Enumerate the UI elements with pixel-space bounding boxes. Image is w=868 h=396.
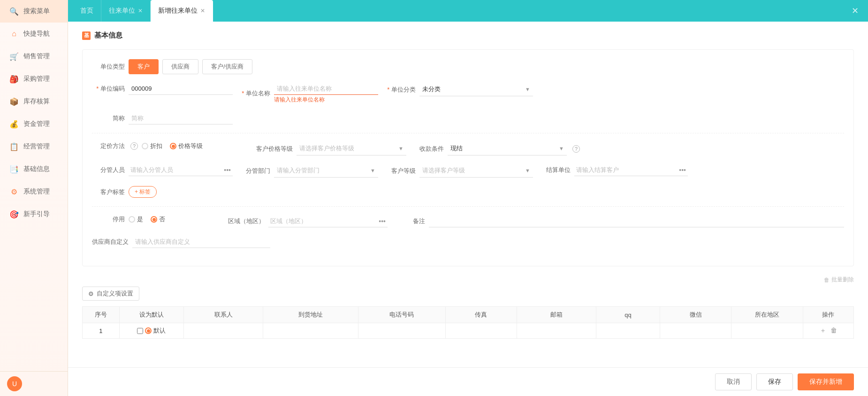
customer-level-placeholder: 请选择客户等级 — [422, 166, 525, 175]
doc-icon: 📑 — [9, 164, 19, 174]
radio-yes[interactable]: 是 — [129, 215, 143, 224]
row-add-icon[interactable]: ＋ — [818, 326, 828, 334]
close-all-tabs[interactable]: ✕ — [847, 6, 863, 16]
supplier-custom-input[interactable] — [132, 236, 270, 248]
customer-level-select[interactable]: 请选择客户等级 ▼ — [419, 164, 533, 178]
disabled-radio-group: 是 否 — [129, 215, 165, 224]
sidebar-item-label: 系统管理 — [23, 187, 50, 196]
sidebar-item-purchase[interactable]: 🎒 采购管理 — [0, 68, 68, 90]
sidebar: 🔍 搜索菜单 ⌂ 快捷导航 🛒 销售管理 🎒 采购管理 📦 库存核算 💰 资金管… — [0, 0, 68, 396]
radio-price-level-circle — [170, 143, 176, 149]
pricing-radio-group: 折扣 价格等级 — [142, 142, 203, 150]
row-delete-icon[interactable]: 🗑 — [829, 326, 838, 334]
sidebar-item-system[interactable]: ⚙ 系统管理 — [0, 180, 68, 203]
add-tag-button[interactable]: + 标签 — [129, 186, 157, 198]
batch-delete-area: 🗑 批量删除 — [82, 276, 854, 284]
sidebar-item-basic[interactable]: 📑 基础信息 — [0, 158, 68, 180]
col-email: 邮箱 — [517, 307, 596, 323]
pricing-help-icon[interactable]: ? — [130, 142, 138, 150]
unit-category-select[interactable]: 未分类 ▼ — [419, 83, 533, 96]
customer-price-field: 客户价格等级 请选择客户价格等级 ▼ — [256, 142, 406, 155]
payment-terms-select[interactable]: 现结 ▼ — [448, 142, 567, 155]
row-checkbox[interactable] — [137, 328, 143, 334]
abbr-input[interactable] — [129, 112, 233, 124]
supplier-custom-label: 供应商自定义 — [92, 238, 129, 246]
tab-new-partner-label: 新增往来单位 — [158, 7, 198, 15]
contact-input[interactable] — [205, 327, 242, 334]
settlement-field: 结算单位 ••• — [538, 164, 688, 176]
settlement-input[interactable] — [574, 164, 677, 176]
row-region-input[interactable] — [751, 327, 784, 334]
sidebar-item-inventory[interactable]: 📦 库存核算 — [0, 90, 68, 113]
payment-terms-label: 收款条件 — [411, 145, 444, 153]
sidebar-item-finance[interactable]: 💰 资金管理 — [0, 113, 68, 135]
manager-more-btn[interactable]: ••• — [222, 166, 233, 174]
unit-name-input[interactable] — [274, 83, 378, 95]
section-title-basic: 基 基本信息 — [82, 31, 854, 40]
sidebar-item-sales[interactable]: 🛒 销售管理 — [0, 45, 68, 68]
sidebar-item-quicknav[interactable]: ⌂ 快捷导航 — [0, 23, 68, 45]
custom-settings-button[interactable]: ⚙ 自定义项设置 — [82, 287, 139, 301]
fax-input[interactable] — [464, 327, 497, 334]
save-button[interactable]: 保存 — [756, 373, 793, 390]
radio-no[interactable]: 否 — [151, 215, 165, 224]
unit-category-field: 单位分类 未分类 ▼ — [383, 83, 533, 96]
abbr-label: 简称 — [92, 114, 125, 123]
cell-qq — [596, 323, 660, 339]
unit-btn-customer[interactable]: 客户 — [129, 59, 159, 74]
unit-btn-both[interactable]: 客户/供应商 — [202, 59, 252, 74]
search-icon: 🔍 — [9, 7, 19, 16]
email-input[interactable] — [538, 327, 575, 334]
box-icon: 📦 — [9, 97, 19, 106]
department-select[interactable]: 请输入分管部门 ▼ — [274, 164, 378, 178]
tab-new-partner[interactable]: 新增往来单位 ✕ — [151, 0, 213, 22]
bag-icon: 🎒 — [9, 74, 19, 84]
address-input[interactable] — [287, 327, 334, 334]
radio-price-level[interactable]: 价格等级 — [170, 142, 203, 150]
tab-new-partner-close[interactable]: ✕ — [200, 8, 205, 14]
wechat-input[interactable] — [679, 327, 712, 334]
tab-partners-close[interactable]: ✕ — [138, 8, 143, 14]
col-fax: 传真 — [445, 307, 517, 323]
manager-label: 分管人员 — [92, 166, 125, 174]
default-radio[interactable]: 默认 — [145, 326, 166, 335]
cell-wechat — [660, 323, 731, 339]
region-label: 区域（地区） — [228, 217, 265, 225]
content-area: 基 基本信息 单位类型 客户 供应商 客户/供应商 单位编码 — [68, 22, 868, 367]
unit-category-value: 未分类 — [422, 85, 525, 93]
payment-terms-field: 收款条件 现结 ▼ ? — [411, 142, 580, 155]
phone-input[interactable] — [381, 327, 423, 334]
radio-yes-label: 是 — [137, 215, 143, 224]
col-no: 序号 — [83, 307, 120, 323]
tab-partners[interactable]: 往来单位 ✕ — [101, 0, 151, 22]
remark-input[interactable] — [429, 215, 844, 227]
sidebar-item-label: 采购管理 — [23, 75, 50, 83]
sidebar-item-newuser[interactable]: 🎯 新手引导 — [0, 203, 68, 225]
region-input[interactable] — [268, 215, 377, 227]
customer-price-select[interactable]: 请选择客户价格等级 ▼ — [297, 142, 406, 155]
gear-icon: ⚙ — [9, 187, 19, 196]
sidebar-item-label: 资金管理 — [23, 120, 50, 128]
region-more-btn[interactable]: ••• — [377, 217, 388, 225]
sidebar-item-search[interactable]: 🔍 搜索菜单 — [0, 0, 68, 23]
unit-btn-supplier[interactable]: 供应商 — [162, 59, 198, 74]
avatar: U — [7, 376, 22, 391]
settlement-more-btn[interactable]: ••• — [677, 166, 688, 174]
abbr-field: 简称 — [92, 112, 233, 124]
qq-input[interactable] — [614, 327, 642, 334]
payment-terms-help-icon[interactable]: ? — [572, 145, 580, 153]
tab-home[interactable]: 首页 — [73, 0, 101, 22]
manager-input[interactable] — [129, 164, 222, 176]
col-action: 操作 — [803, 307, 853, 323]
money-icon: 💰 — [9, 119, 19, 129]
radio-discount[interactable]: 折扣 — [142, 142, 162, 150]
clipboard-icon: 📋 — [9, 142, 19, 151]
batch-delete-label[interactable]: 批量删除 — [831, 276, 854, 284]
radio-no-label: 否 — [159, 215, 165, 224]
cart-icon: 🛒 — [9, 52, 19, 61]
cell-email — [517, 323, 596, 339]
cancel-button[interactable]: 取消 — [715, 373, 752, 390]
sidebar-item-operations[interactable]: 📋 经营管理 — [0, 135, 68, 158]
unit-code-input[interactable] — [129, 83, 233, 95]
save-new-button[interactable]: 保存并新增 — [798, 373, 854, 390]
